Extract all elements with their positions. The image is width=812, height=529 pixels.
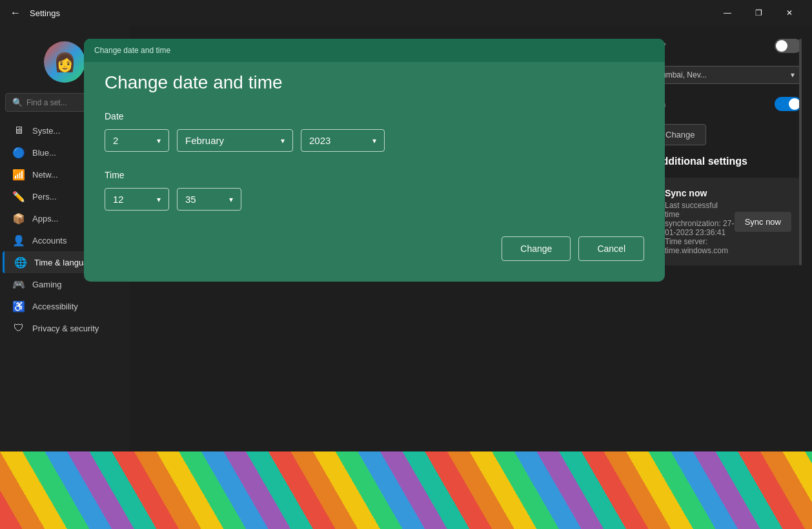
year-value: 2023 [309, 135, 330, 146]
dialog-titlebar: Change date and time [84, 39, 665, 62]
sync-now-button[interactable]: Sync now [735, 212, 791, 232]
gaming-icon: 🎮 [13, 278, 25, 290]
sidebar-item-label: Apps... [32, 214, 58, 223]
dialog-titlebar-text: Change date and time [94, 46, 170, 55]
change-button[interactable]: Change [502, 236, 571, 261]
app-title: Settings [30, 8, 713, 18]
time-row: 12 ▾ 35 ▾ [105, 188, 644, 211]
sidebar-item-accessibility[interactable]: ♿ Accessibility [3, 295, 127, 317]
accounts-icon: 👤 [13, 234, 25, 246]
date-label: Date [105, 111, 644, 121]
day-select[interactable]: 2 ▾ [105, 129, 169, 152]
back-button[interactable]: ← [8, 5, 23, 21]
sidebar-item-label: Gaming [32, 280, 62, 289]
change-date-time-dialog: Change date and time Change date and tim… [84, 39, 665, 282]
timezone-dropdown[interactable]: umbai, Nev... ▾ [655, 66, 802, 84]
time-label: Time [105, 170, 644, 180]
chevron-down-icon: ▾ [229, 195, 233, 204]
network-icon: 📶 [13, 169, 25, 180]
sync-info: Sync now Last successful time synchroniz… [665, 188, 735, 255]
bluetooth-icon: 🔵 [13, 147, 25, 158]
chevron-down-icon: ▾ [281, 136, 285, 145]
auto-zone-toggle[interactable] [775, 97, 802, 111]
close-button[interactable]: ✕ [775, 3, 804, 23]
sidebar-item-label: Syste... [32, 126, 60, 136]
auto-time-toggle[interactable] [775, 39, 802, 53]
sidebar-item-label: Privacy & security [32, 324, 99, 333]
dialog-body: Change date and time Date 2 ▾ February ▾… [105, 72, 644, 261]
month-value: February [185, 135, 224, 146]
sidebar-item-privacy-security[interactable]: 🛡 Privacy & security [3, 317, 127, 339]
scrollbar[interactable] [799, 39, 802, 265]
window-controls: — ❐ ✕ [713, 3, 804, 23]
additional-settings: Additional settings Sync now Last succes… [655, 145, 802, 265]
sidebar-item-label: Accounts [32, 236, 66, 245]
maximize-button[interactable]: ❐ [744, 3, 773, 23]
timezone-label: umbai, Nev... [662, 70, 707, 79]
sync-last: Last successful time synchronization: 27… [665, 201, 735, 237]
privacy-icon: 🛡 [13, 322, 25, 334]
accessibility-icon: ♿ [13, 300, 25, 312]
sidebar-item-label: Netw... [32, 170, 58, 180]
chevron-down-icon: ▾ [791, 70, 795, 79]
date-row: 2 ▾ February ▾ 2023 ▾ [105, 129, 644, 152]
hour-value: 12 [113, 194, 124, 205]
cancel-button[interactable]: Cancel [578, 236, 644, 261]
minute-value: 35 [185, 194, 196, 205]
sync-server: Time server: time.windows.com [665, 237, 735, 255]
additional-settings-heading: Additional settings [655, 156, 802, 167]
dialog-heading: Change date and time [105, 72, 644, 93]
toggle-thumb [776, 40, 787, 52]
sync-title: Sync now [665, 188, 735, 198]
title-bar: ← Settings — ❐ ✕ [0, 0, 812, 26]
hour-select[interactable]: 12 ▾ [105, 188, 169, 211]
sidebar-item-label: Accessibility [32, 302, 78, 311]
chevron-down-icon: ▾ [157, 136, 161, 145]
day-value: 2 [113, 135, 118, 146]
sync-card: Sync now Last successful time synchroniz… [655, 178, 802, 265]
dialog-footer: Change Cancel [105, 236, 644, 261]
auto-time-row: Off [655, 39, 802, 53]
personalization-icon: ✏️ [13, 191, 25, 202]
settings-right-panel: Off umbai, Nev... ▾ On [644, 26, 812, 451]
minimize-button[interactable]: — [713, 3, 742, 23]
sidebar-item-label: Blue... [32, 148, 56, 158]
apps-icon: 📦 [13, 213, 25, 224]
minute-select[interactable]: 35 ▾ [177, 188, 241, 211]
sidebar-item-label: Pers... [32, 192, 57, 202]
month-select[interactable]: February ▾ [177, 129, 293, 152]
avatar[interactable]: 👩 [44, 41, 85, 83]
search-placeholder: Find a set... [26, 98, 67, 107]
auto-zone-row: On [655, 97, 802, 111]
search-icon: 🔍 [12, 98, 23, 107]
chevron-down-icon: ▾ [372, 136, 376, 145]
chevron-down-icon: ▾ [157, 195, 161, 204]
system-icon: 🖥 [13, 125, 25, 136]
year-select[interactable]: 2023 ▾ [301, 129, 385, 152]
time-language-icon: 🌐 [15, 256, 26, 268]
